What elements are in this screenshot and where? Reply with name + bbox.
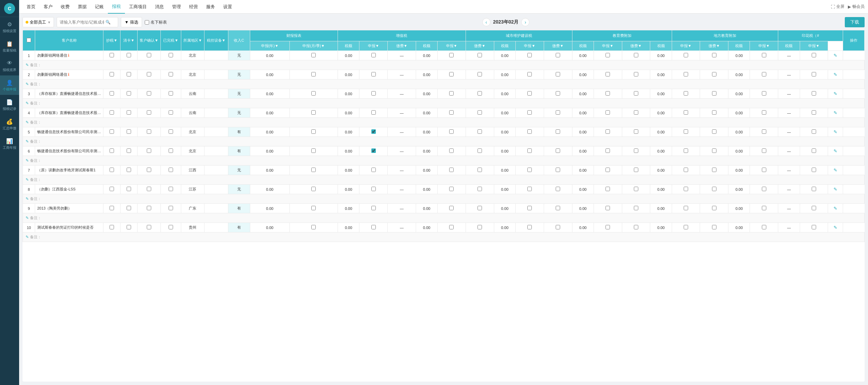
search-input[interactable] — [60, 20, 104, 25]
cheng-jiaofei2-checkbox[interactable] — [556, 129, 560, 134]
jiao-jiaofei-checkbox[interactable] — [634, 110, 638, 115]
kehu-checkbox[interactable] — [147, 225, 151, 229]
difang-jiaofei-checkbox[interactable] — [712, 148, 716, 153]
chaoshui-checkbox[interactable] — [110, 187, 114, 191]
jiao-checkbox[interactable] — [606, 148, 610, 153]
cheng-checkbox[interactable] — [478, 110, 482, 115]
zeng2-checkbox[interactable] — [449, 53, 454, 57]
nav-jingying[interactable]: 经营 — [185, 0, 202, 14]
edit-remark-icon[interactable]: ✎ — [26, 235, 29, 239]
cheng-jiaofei2-checkbox[interactable] — [556, 187, 560, 191]
jiao-checkbox[interactable] — [606, 110, 610, 115]
jiao-jiaofei-checkbox[interactable] — [634, 206, 638, 210]
caiwu-checkbox[interactable] — [311, 206, 316, 210]
difang-checkbox[interactable] — [684, 225, 688, 229]
caiwu-checkbox[interactable] — [311, 225, 316, 229]
chaoshui-checkbox[interactable] — [110, 168, 114, 172]
jiao-checkbox[interactable] — [606, 206, 610, 210]
difang-checkbox[interactable] — [684, 168, 688, 172]
next-month-button[interactable]: › — [521, 18, 529, 26]
zeng-shenbao-checkbox[interactable] — [371, 129, 376, 134]
luoka-checkbox[interactable] — [127, 187, 131, 191]
jiao-checkbox[interactable] — [606, 129, 610, 134]
chaoshui-checkbox[interactable] — [110, 91, 114, 96]
zeng2-checkbox[interactable] — [449, 168, 454, 172]
caiwu-checkbox[interactable] — [311, 148, 316, 153]
luoka-checkbox[interactable] — [127, 148, 131, 153]
cheng-shenbao-checkbox[interactable] — [527, 72, 532, 76]
cheng-jiaofei2-checkbox[interactable] — [556, 72, 560, 76]
jiao-jiaofei-checkbox[interactable] — [634, 225, 638, 229]
yinhua-checkbox[interactable] — [812, 53, 816, 57]
difang-jiaofei-checkbox[interactable] — [712, 187, 716, 191]
yinhua-checkbox[interactable] — [812, 225, 816, 229]
nav-shouye[interactable]: 首页 — [23, 0, 40, 14]
caiwu-checkbox[interactable] — [311, 53, 316, 57]
search-box[interactable]: 🔍 — [57, 17, 118, 27]
difang-jiaofei-checkbox[interactable] — [712, 225, 716, 229]
yinhua-checkbox[interactable] — [812, 168, 816, 172]
kehu-checkbox[interactable] — [147, 187, 151, 191]
edit-icon[interactable]: ✎ — [834, 72, 837, 77]
edit-remark-icon[interactable]: ✎ — [26, 63, 29, 67]
chaoshui-checkbox[interactable] — [110, 129, 114, 134]
kehu-checkbox[interactable] — [147, 148, 151, 153]
kehu-checkbox[interactable] — [147, 129, 151, 134]
prev-month-button[interactable]: ‹ — [482, 18, 490, 26]
chaoshui-checkbox[interactable] — [110, 225, 114, 229]
nav-shoufei[interactable]: 收费 — [57, 0, 74, 14]
nav-kehu[interactable]: 客户 — [40, 0, 57, 14]
yinhua-checkbox[interactable] — [812, 91, 816, 96]
difang-jiaofei-checkbox[interactable] — [712, 206, 716, 210]
luoka-checkbox[interactable] — [127, 168, 131, 172]
member-btn[interactable]: ▶ 畅会员 — [848, 4, 865, 10]
yinhua-checkbox[interactable] — [812, 129, 816, 134]
edit-remark-icon[interactable]: ✎ — [26, 216, 29, 220]
sidebar-item-baoshui-jilu[interactable]: 📄 报税记录 — [0, 95, 19, 114]
cheng-checkbox[interactable] — [478, 187, 482, 191]
jiao-checkbox[interactable] — [606, 225, 610, 229]
cheng-jiaofei2-checkbox[interactable] — [556, 91, 560, 96]
jiao-jiaofei-checkbox[interactable] — [634, 53, 638, 57]
sidebar-item-gongshang[interactable]: 📊 工商年报 — [0, 134, 19, 153]
fullscreen-btn[interactable]: ⛶ 全屏 — [831, 4, 844, 10]
difang2-checkbox[interactable] — [762, 91, 766, 96]
caiwu-checkbox[interactable] — [311, 168, 316, 172]
jiao-jiaofei-checkbox[interactable] — [634, 148, 638, 153]
edit-remark-icon[interactable]: ✎ — [26, 139, 29, 144]
zeng-shenbao-checkbox[interactable] — [371, 187, 376, 191]
cheng-shenbao-checkbox[interactable] — [527, 206, 532, 210]
difang-checkbox[interactable] — [684, 72, 688, 76]
jiao-jiaofei-checkbox[interactable] — [634, 168, 638, 172]
difang-jiaofei-checkbox[interactable] — [712, 168, 716, 172]
cheng-jiaofei2-checkbox[interactable] — [556, 148, 560, 153]
difang-jiaofei-checkbox[interactable] — [712, 91, 716, 96]
zeng2-checkbox[interactable] — [449, 148, 454, 153]
cheng-jiaofei2-checkbox[interactable] — [556, 110, 560, 115]
kehu-checkbox[interactable] — [147, 53, 151, 57]
yijibao-checkbox[interactable] — [169, 53, 173, 57]
edit-icon[interactable]: ✎ — [834, 129, 837, 134]
chaoshui-checkbox[interactable] — [110, 110, 114, 115]
cheng-shenbao-checkbox[interactable] — [527, 53, 532, 57]
sidebar-item-piliang-baoshui[interactable]: 📋 批量报税 — [0, 37, 19, 56]
download-button[interactable]: 下载 — [845, 17, 865, 27]
difang2-checkbox[interactable] — [762, 206, 766, 210]
kehu-checkbox[interactable] — [147, 72, 151, 76]
zeng2-checkbox[interactable] — [449, 129, 454, 134]
zeng-shenbao-checkbox[interactable] — [371, 168, 376, 172]
edit-icon[interactable]: ✎ — [834, 187, 837, 192]
jiao-checkbox[interactable] — [606, 72, 610, 76]
edit-icon[interactable]: ✎ — [834, 110, 837, 115]
cheng-shenbao-checkbox[interactable] — [527, 225, 532, 229]
jiao-checkbox[interactable] — [606, 187, 610, 191]
cheng-checkbox[interactable] — [478, 206, 482, 210]
yinhua-checkbox[interactable] — [812, 187, 816, 191]
yijibao-checkbox[interactable] — [169, 225, 173, 229]
difang-checkbox[interactable] — [684, 91, 688, 96]
nav-gongshang[interactable]: 工商项目 — [125, 0, 151, 14]
zeng2-checkbox[interactable] — [449, 91, 454, 96]
cheng-jiaofei2-checkbox[interactable] — [556, 206, 560, 210]
jiao-jiaofei-checkbox[interactable] — [634, 129, 638, 134]
cheng-checkbox[interactable] — [478, 91, 482, 96]
